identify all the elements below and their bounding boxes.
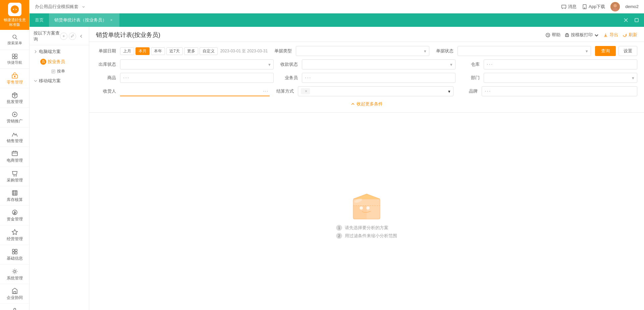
sidebar-item-ecommerce-label: 电商管理: [7, 158, 23, 163]
help-button[interactable]: 帮助: [545, 32, 560, 38]
pay-status-select[interactable]: ▾: [302, 59, 455, 69]
breadcrumb-dropdown-icon[interactable]: [81, 4, 86, 9]
goods-select[interactable]: ···: [120, 73, 274, 83]
tab-current-label: 销货单统计表（按业务员）: [54, 17, 107, 23]
step-2-text: 用过滤条件来缩小分析范围: [345, 233, 397, 239]
tab-close-window-button[interactable]: [621, 15, 631, 25]
sidebar-item-system[interactable]: 系统管理: [0, 265, 29, 284]
consignee-dots-icon: ···: [263, 88, 268, 94]
svg-point-40: [360, 206, 363, 210]
messages-button[interactable]: 消息: [561, 4, 577, 10]
dept-select[interactable]: ▾: [484, 73, 637, 83]
date-this-year-button[interactable]: 本年: [151, 47, 165, 55]
sidebar-item-operations[interactable]: 经营管理: [0, 225, 29, 245]
left-panel-actions: +: [60, 33, 85, 40]
sidebar-item-sales[interactable]: 销售管理: [0, 127, 29, 147]
svg-rect-19: [15, 252, 17, 254]
page-actions: 帮助 按模板打印: [545, 32, 637, 38]
tree-parent-mobile[interactable]: 移动端方案: [30, 76, 89, 86]
doc-type-select[interactable]: ▾: [296, 46, 429, 56]
sidebar-item-inventory[interactable]: 库存核算: [0, 186, 29, 206]
date-this-month-button[interactable]: 本月: [136, 47, 150, 55]
sidebar-item-newbie[interactable]: 新手引导: [0, 304, 29, 310]
add-scheme-button[interactable]: +: [60, 33, 67, 40]
quick-nav-label: 快捷导航: [7, 60, 22, 65]
tree-sub-by-doc[interactable]: 按单: [36, 67, 89, 76]
date-last-month-button[interactable]: 上月: [120, 47, 134, 55]
svg-rect-6: [12, 56, 14, 58]
tab-maximize-button[interactable]: [632, 15, 641, 25]
edit-scheme-button[interactable]: [69, 33, 76, 40]
settings-button[interactable]: 设置: [619, 46, 637, 56]
breadcrumb: 办公用品行业模拟账套: [35, 4, 78, 10]
brand-dots: ···: [485, 88, 491, 94]
step-1-num: 1: [336, 225, 342, 231]
top-header: 办公用品行业模拟账套 消息 App下载: [30, 0, 644, 13]
consignee-input-wrap: ···: [120, 86, 270, 96]
svg-point-1: [14, 8, 16, 10]
sidebar-item-basic[interactable]: 基础信息: [0, 245, 29, 264]
help-icon: [545, 33, 550, 38]
refresh-icon: [622, 33, 627, 38]
doc-type-filter-label: 单据类型: [272, 48, 292, 54]
doc-status-select[interactable]: ▾: [458, 46, 591, 56]
scheme-tree: 电脑端方案 员 按业务员 按单: [30, 45, 89, 87]
tree-child-salesperson[interactable]: 员 按业务员: [36, 57, 89, 67]
query-button[interactable]: 查询: [595, 46, 616, 56]
close-window-icon: [624, 18, 628, 22]
sidebar-logo[interactable]: 畅捷通好生意 标准版: [0, 0, 29, 30]
sidebar-item-finance[interactable]: 资金管理: [0, 206, 29, 225]
tab-close-button[interactable]: ×: [109, 17, 114, 23]
sidebar-item-enterprise[interactable]: 企业协同: [0, 284, 29, 304]
settlement-select[interactable]: × ▾: [298, 86, 453, 96]
quick-nav-button[interactable]: 快捷导航: [0, 51, 29, 67]
collapse-panel-button[interactable]: [77, 33, 85, 40]
content-area: 按以下方案查询 +: [30, 27, 644, 310]
salesperson-select[interactable]: ···: [302, 73, 455, 83]
collapse-icon: [351, 102, 355, 106]
consignee-input[interactable]: [120, 86, 270, 96]
sidebar-item-purchase[interactable]: 采购管理: [0, 167, 29, 186]
goods-dots: ···: [123, 75, 129, 81]
user-name[interactable]: demo2: [625, 4, 639, 9]
warehouse-select[interactable]: ···: [484, 59, 637, 69]
sidebar-item-purchase-label: 采购管理: [7, 178, 23, 183]
main-area: 办公用品行业模拟账套 消息 App下载: [30, 0, 644, 310]
template-print-label: 按模板打印: [571, 32, 593, 38]
date-custom-button[interactable]: 自定义: [200, 47, 218, 55]
settlement-arrow-icon: ▾: [448, 89, 450, 94]
tab-current[interactable]: 销货单统计表（按业务员） ×: [49, 13, 119, 27]
left-panel-header: 按以下方案查询 +: [30, 27, 89, 45]
collapse-more-button[interactable]: 收起更多条件: [351, 100, 383, 108]
settlement-tag-close[interactable]: ×: [305, 89, 307, 94]
template-print-arrow-icon: [594, 33, 599, 38]
tab-home[interactable]: 首页: [30, 13, 49, 27]
brand-select[interactable]: ···: [482, 86, 637, 96]
search-menu-button[interactable]: 搜索菜单: [2, 33, 27, 47]
date-more-button[interactable]: 更多: [184, 47, 198, 55]
out-status-select[interactable]: ▾: [120, 59, 274, 69]
salesperson-dots: ···: [305, 75, 311, 81]
sidebar-item-enterprise-label: 企业协同: [7, 295, 23, 300]
svg-rect-7: [15, 56, 17, 58]
date-last-7-days-button[interactable]: 近7天: [166, 47, 183, 55]
collapse-row: 收起更多条件: [96, 100, 637, 108]
left-panel-title: 按以下方案查询: [34, 30, 60, 42]
right-panel: 销货单统计表(按业务员) 帮助 按模板打印: [89, 27, 644, 310]
doc-status-filter-label: 单据状态: [433, 48, 453, 54]
export-button[interactable]: 导出: [603, 32, 618, 38]
svg-rect-5: [15, 54, 17, 56]
sidebar-item-marketing[interactable]: 营销推广: [0, 108, 29, 127]
step-2-num: 2: [336, 233, 342, 239]
user-avatar[interactable]: [610, 2, 620, 11]
svg-point-29: [584, 8, 585, 8]
sidebar-item-wholesale[interactable]: 批发管理: [0, 88, 29, 108]
sidebar-item-ecommerce[interactable]: 电商管理: [0, 147, 29, 166]
filter-row-4: 收货人 ··· 结算方式 × ▾ 品牌 ·: [96, 86, 637, 96]
template-print-button[interactable]: 按模板打印: [565, 32, 599, 38]
refresh-button[interactable]: 刷新: [622, 32, 637, 38]
tree-parent-pc[interactable]: 电脑端方案: [30, 47, 89, 57]
app-download-button[interactable]: App下载: [582, 4, 605, 10]
warehouse-filter-label: 仓库: [460, 61, 480, 67]
sidebar-item-retail[interactable]: 零售管理: [0, 69, 29, 88]
